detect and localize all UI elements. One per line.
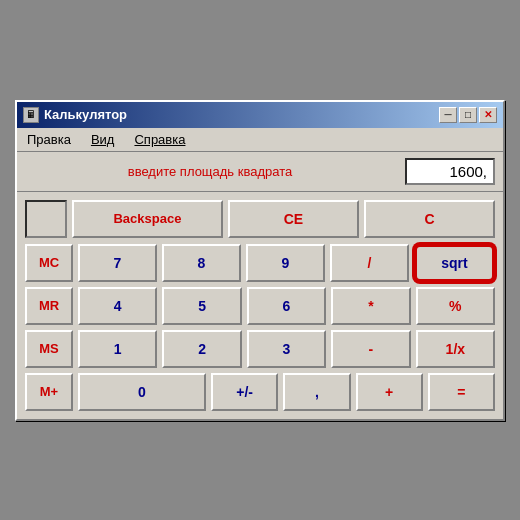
btn-2[interactable]: 2 [162,330,241,368]
title-buttons: ─ □ ✕ [439,107,497,123]
btn-4[interactable]: 4 [78,287,157,325]
ce-button[interactable]: CE [228,200,359,238]
minimize-button[interactable]: ─ [439,107,457,123]
btn-6[interactable]: 6 [247,287,326,325]
maximize-button[interactable]: □ [459,107,477,123]
display-area: введите площадь квадрата 1600, [17,152,503,192]
btn-sign[interactable]: +/- [211,373,278,411]
sqrt-button[interactable]: sqrt [414,244,495,282]
backspace-button[interactable]: Backspace [72,200,223,238]
menu-pravka[interactable]: Правка [21,130,77,149]
calc-row-2: MR 4 5 6 * % [25,287,495,325]
btn-8[interactable]: 8 [162,244,241,282]
btn-1[interactable]: 1 [78,330,157,368]
btn-9[interactable]: 9 [246,244,325,282]
mplus-button[interactable]: M+ [25,373,73,411]
mc-button[interactable]: MC [25,244,73,282]
btn-7[interactable]: 7 [78,244,157,282]
top-row: Backspace CE C [25,200,495,238]
close-button[interactable]: ✕ [479,107,497,123]
btn-percent[interactable]: % [416,287,495,325]
app-icon: 🖩 [23,107,39,123]
menu-spravka[interactable]: Справка [128,130,191,149]
btn-plus[interactable]: + [356,373,423,411]
calc-row-1: MC 7 8 9 / sqrt [25,244,495,282]
display-value: 1600, [405,158,495,185]
c-button[interactable]: C [364,200,495,238]
btn-reciprocal[interactable]: 1/x [416,330,495,368]
btn-0[interactable]: 0 [78,373,206,411]
title-bar: 🖩 Калькулятор ─ □ ✕ [17,102,503,128]
mr-button[interactable]: MR [25,287,73,325]
menu-bar: Правка Вид Справка [17,128,503,152]
btn-5[interactable]: 5 [162,287,241,325]
calc-body: Backspace CE C MC 7 8 9 / sqrt MR 4 5 6 … [17,192,503,419]
btn-divide[interactable]: / [330,244,409,282]
menu-vid[interactable]: Вид [85,130,121,149]
memory-display [25,200,67,238]
btn-minus[interactable]: - [331,330,410,368]
calculator-window: 🖩 Калькулятор ─ □ ✕ Правка Вид Справка в… [15,100,505,421]
btn-multiply[interactable]: * [331,287,410,325]
btn-comma[interactable]: , [283,373,350,411]
btn-equals[interactable]: = [428,373,495,411]
calc-row-3: MS 1 2 3 - 1/x [25,330,495,368]
calc-grid: MC 7 8 9 / sqrt MR 4 5 6 * % MS 1 2 3 [25,244,495,411]
window-title: Калькулятор [44,107,127,122]
ms-button[interactable]: MS [25,330,73,368]
btn-3[interactable]: 3 [247,330,326,368]
title-bar-left: 🖩 Калькулятор [23,107,127,123]
display-hint: введите площадь квадрата [25,164,395,179]
calc-row-4: M+ 0 +/- , + = [25,373,495,411]
